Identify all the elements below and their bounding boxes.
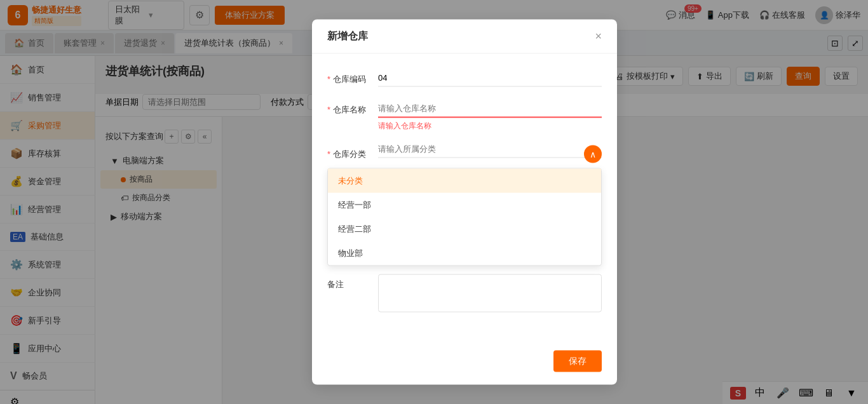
dropdown-item-dept3[interactable]: 物业部	[328, 241, 601, 266]
note-label: 备注	[327, 274, 378, 290]
save-button[interactable]: 保存	[553, 351, 602, 372]
dropdown-item-dept1[interactable]: 经营一部	[328, 193, 601, 217]
name-control: 请输入仓库名称	[378, 100, 602, 131]
modal-new-warehouse: 新增仓库 × 仓库编码 仓库名称 请输入仓库名称 仓库分类 ∧	[312, 20, 617, 385]
category-dropdown-list: 未分类 经营一部 经营二部 物业部	[327, 168, 602, 266]
dropdown-item-dept2[interactable]: 经营二部	[328, 217, 601, 241]
category-input[interactable]	[378, 144, 602, 154]
category-label: 仓库分类	[327, 144, 378, 160]
note-control	[378, 274, 602, 315]
name-label: 仓库名称	[327, 100, 378, 116]
form-row-name: 仓库名称 请输入仓库名称	[327, 100, 602, 131]
category-control: ∧ 未分类 经营一部 经营二部 物业部	[378, 144, 602, 158]
modal-title: 新增仓库	[327, 30, 368, 43]
chevron-up-icon[interactable]: ∧	[584, 145, 602, 163]
name-error-msg: 请输入仓库名称	[378, 121, 602, 131]
warehouse-code-input[interactable]	[378, 69, 602, 87]
note-textarea[interactable]	[378, 274, 602, 313]
form-row-note: 备注	[327, 274, 602, 315]
form-row-category: 仓库分类 ∧ 未分类 经营一部 经营二部 物业部	[327, 144, 602, 160]
modal-body: 仓库编码 仓库名称 请输入仓库名称 仓库分类 ∧ 未分类	[312, 54, 617, 343]
modal-footer: 保存	[312, 343, 617, 385]
code-label: 仓库编码	[327, 69, 378, 85]
code-control	[378, 69, 602, 87]
dropdown-item-uncategorized[interactable]: 未分类	[328, 169, 601, 193]
modal-close-button[interactable]: ×	[595, 30, 602, 43]
form-row-code: 仓库编码	[327, 69, 602, 87]
modal-header: 新增仓库 ×	[312, 20, 617, 54]
category-selector[interactable]: ∧	[378, 144, 602, 158]
warehouse-name-input[interactable]	[378, 100, 602, 118]
